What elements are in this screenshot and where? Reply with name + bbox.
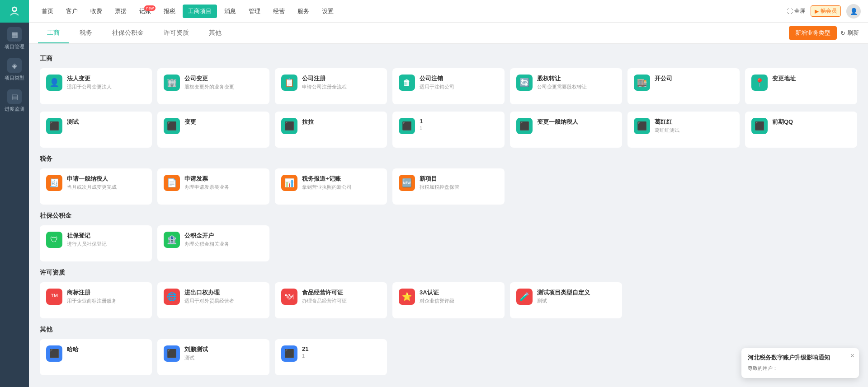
card-haha[interactable]: ⬛ 哈哈 [40,339,152,375]
section-title-license: 许可资质 [40,269,857,277]
tab-social[interactable]: 社保公积金 [103,23,153,43]
card-company-cancel[interactable]: 🗑 公司注销 适用于注销公司 [392,68,505,104]
avatar[interactable]: 👤 [846,4,861,19]
nav-ticket[interactable]: 票据 [109,5,132,18]
tab-license[interactable]: 许可资质 [155,23,198,43]
card-subtitle: 拿到营业执照的新公司 [302,184,352,191]
nav-service[interactable]: 服务 [292,5,315,18]
member-icon: ▶ [815,8,819,14]
card-title: 变更 [184,118,196,126]
card-subtitle: 适用于公司变更法人 [67,84,112,90]
nav-settings[interactable]: 设置 [316,5,339,18]
3a-cert-icon: ⭐ [399,289,415,305]
nav-home[interactable]: 首页 [36,5,59,18]
refresh-icon: ↻ [840,30,845,37]
card-food-license[interactable]: 🍽 食品经营许可证 办理食品经营许可证 [275,282,387,318]
card-qianqi-qq[interactable]: ⬛ 前期QQ [745,112,857,148]
card-3a-cert[interactable]: ⭐ 3A认证 对企业信誉评级 [392,282,505,318]
card-title: 公司注册 [302,75,347,83]
fullscreen-btn[interactable]: ⛶ 全屏 [787,7,805,15]
card-subtitle: 申请公司注册全流程 [302,84,347,90]
sidebar-item-progress-monitor[interactable]: ▤ 进度监测 [0,85,29,116]
sidebar-item-project-type[interactable]: ◈ 项目类型 [0,54,29,85]
card-title: 前期QQ [772,118,793,126]
card-new-project[interactable]: 🆕 新项目 报税加税控盘保管 [392,168,505,205]
topnav: 首页 客户 收费 票据 记账 new 报税 工商项目 消息 管理 经营 服务 设… [29,0,868,23]
card-trademark[interactable]: ™ 商标注册 用于企业商标注册服务 [40,282,152,318]
card-title: 公司注销 [420,75,454,83]
license-cards: ™ 商标注册 用于企业商标注册服务 🌐 进出口权办理 适用于对外贸易经营者 [40,282,857,318]
nav-tax[interactable]: 报税 [158,5,181,18]
card-subtitle: 葛红红测试 [655,127,679,134]
tab-industry[interactable]: 工商 [38,23,69,43]
card-test[interactable]: ⬛ 测试 [40,112,152,148]
section-title-tax: 税务 [40,155,857,163]
sidebar-logo[interactable] [0,0,29,23]
card-subtitle: 适用于注销公司 [420,84,454,90]
card-title: 变更地址 [772,75,796,83]
sidebar-item-label: 项目管理 [5,43,24,50]
card-title: 食品经营许可证 [302,289,347,297]
card-import-export[interactable]: 🌐 进出口权办理 适用于对外贸易经营者 [157,282,269,318]
open-company-icon: 🏬 [634,75,650,91]
card-ge-hong[interactable]: ⬛ 葛红红 葛红红测试 [627,112,740,148]
sidebar-item-project-manage[interactable]: ▦ 项目管理 [0,23,29,54]
card-fund-open[interactable]: 🏦 公积金开户 办理公积金相关业务 [157,225,269,261]
card-subtitle: 股权变更外的业务变更 [184,84,234,90]
tab-other[interactable]: 其他 [200,23,231,43]
card-subtitle: 测试 [537,298,590,304]
card-title: 商标注册 [67,289,117,297]
accounting-badge: new [144,5,156,11]
card-title: 公司变更 [184,75,234,83]
tab-tax[interactable]: 税务 [71,23,101,43]
member-btn[interactable]: ▶ 畅会员 [811,5,841,17]
nav-collect[interactable]: 收费 [85,5,108,18]
card-change-address[interactable]: 📍 变更地址 [745,68,857,104]
card-subtitle: 用于企业商标注册服务 [67,298,117,304]
new-project-icon: 🆕 [399,175,415,191]
tax-cards: 🧾 申请一般纳税人 当月或次月成变更完成 📄 申请发票 办理申请发票类业务 [40,168,857,205]
card-title: 开公司 [655,75,672,83]
card-equity-transfer[interactable]: 🔄 股权转让 公司变更需要股权转让 [510,68,622,104]
tab-bar-left: 工商 税务 社保公积金 许可资质 其他 [38,23,232,43]
nav-manage[interactable]: 管理 [243,5,266,18]
notification-close[interactable]: × [850,352,854,360]
card-change2[interactable]: ⬛ 变更 [157,112,269,148]
svg-point-1 [13,8,16,11]
nav-message[interactable]: 消息 [219,5,241,18]
card-title: 进出口权办理 [184,289,234,297]
card-title: 新项目 [420,175,459,183]
apply-invoice-icon: 📄 [164,175,180,191]
card-title: 3A认证 [420,289,454,297]
project-manage-icon: ▦ [7,27,22,42]
card-num1[interactable]: ⬛ 1 1 [392,112,505,148]
new-type-button[interactable]: 新增业务类型 [789,26,837,40]
project-type-icon: ◈ [7,58,22,73]
progress-monitor-icon: ▤ [7,89,22,104]
card-social-register[interactable]: 🛡 社保登记 进行人员社保登记 [40,225,152,261]
card-subtitle: 1 [420,126,423,131]
card-company-register[interactable]: 📋 公司注册 申请公司注册全流程 [275,68,387,104]
nav-industry[interactable]: 工商项目 [183,5,217,18]
card-lala[interactable]: ⬛ 拉拉 [275,112,387,148]
card-open-company[interactable]: 🏬 开公司 [627,68,740,104]
card-tax-report[interactable]: 📊 税务报道+记账 拿到营业执照的新公司 [275,168,387,205]
card-liupeng-test[interactable]: ⬛ 刘鹏测试 测试 [157,339,269,375]
page-body: 工商 👤 法人变更 适用于公司变更法人 🏢 公司 [29,44,868,387]
card-title: 拉拉 [302,118,314,126]
industry-cards-row2: ⬛ 测试 ⬛ 变更 ⬛ [40,112,857,148]
refresh-button[interactable]: ↻ 刷新 [840,29,859,37]
nav-customer[interactable]: 客户 [61,5,83,18]
nav-operation[interactable]: 经营 [268,5,290,18]
card-test-type[interactable]: 🧪 测试项目类型自定义 测试 [510,282,622,318]
card-change-tax[interactable]: ⬛ 变更一般纳税人 [510,112,622,148]
nav-accounting[interactable]: 记账 new [134,5,156,18]
card-apply-invoice[interactable]: 📄 申请发票 办理申请发票类业务 [157,168,269,205]
card-apply-tax[interactable]: 🧾 申请一般纳税人 当月或次月成变更完成 [40,168,152,205]
card-legal-change[interactable]: 👤 法人变更 适用于公司变更法人 [40,68,152,104]
equity-transfer-icon: 🔄 [516,75,533,91]
card-num21[interactable]: ⬛ 21 1 [275,339,387,375]
topnav-items: 首页 客户 收费 票据 记账 new 报税 工商项目 消息 管理 经营 服务 设… [36,5,787,18]
legal-change-icon: 👤 [46,75,62,91]
card-company-change[interactable]: 🏢 公司变更 股权变更外的业务变更 [157,68,269,104]
